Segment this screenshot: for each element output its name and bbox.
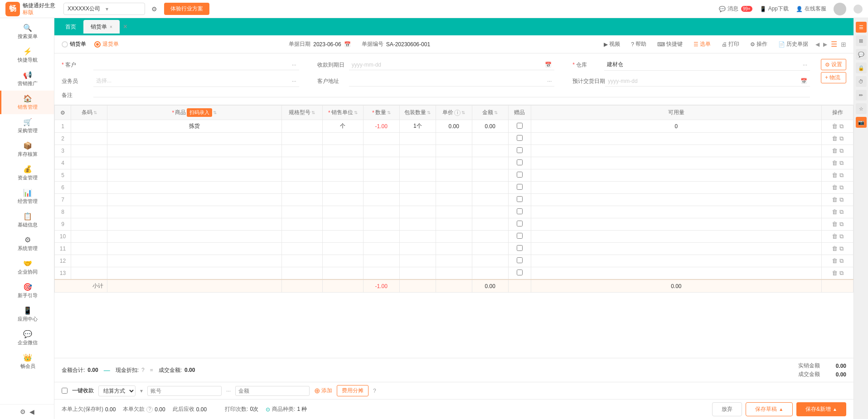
- delivery-date-input[interactable]: yyyy-mm-dd 📅: [605, 76, 810, 87]
- row-unit-price[interactable]: [436, 182, 472, 194]
- message-button[interactable]: 💬 消息 99+: [719, 5, 752, 13]
- row-unit-price[interactable]: [436, 169, 472, 182]
- row-gift[interactable]: [508, 255, 531, 267]
- copy-icon[interactable]: ⧉: [839, 147, 844, 154]
- delete-icon[interactable]: 🗑: [832, 270, 838, 277]
- row-spec[interactable]: [281, 169, 322, 182]
- row-barcode[interactable]: [71, 231, 107, 243]
- row-unit[interactable]: [322, 182, 363, 194]
- row-gift[interactable]: [508, 157, 531, 169]
- right-panel-btn-5[interactable]: ⏱: [856, 76, 867, 87]
- discard-button[interactable]: 放弃: [712, 402, 742, 416]
- row-pack-qty[interactable]: 1个: [399, 120, 436, 133]
- user-avatar-2[interactable]: [853, 5, 863, 14]
- row-unit[interactable]: [322, 231, 363, 243]
- row-barcode[interactable]: [71, 169, 107, 182]
- row-barcode[interactable]: [71, 243, 107, 255]
- copy-icon[interactable]: ⧉: [839, 135, 844, 142]
- row-product[interactable]: [107, 194, 282, 206]
- row-barcode[interactable]: [71, 182, 107, 194]
- row-unit[interactable]: 个: [322, 120, 363, 133]
- customer-input[interactable]: ···: [93, 60, 299, 70]
- row-amount[interactable]: [472, 206, 508, 218]
- row-quantity[interactable]: [363, 267, 399, 280]
- row-amount[interactable]: [472, 243, 508, 255]
- row-barcode[interactable]: [71, 194, 107, 206]
- th-settings[interactable]: ⚙: [55, 106, 71, 120]
- row-quantity[interactable]: [363, 133, 399, 145]
- sidebar-collapse-icon[interactable]: ◀: [29, 408, 34, 415]
- row-product[interactable]: [107, 169, 282, 182]
- row-spec[interactable]: [281, 267, 322, 280]
- sidebar-item-enterprise[interactable]: 🤝 企业协同: [0, 255, 54, 279]
- copy-icon[interactable]: ⧉: [839, 245, 844, 252]
- view-grid-icon[interactable]: ⊞: [841, 41, 846, 48]
- delete-icon[interactable]: 🗑: [832, 245, 838, 252]
- col-sort-icon-spec[interactable]: ⇅: [311, 110, 315, 115]
- toolbar-print-btn[interactable]: 🖨 打印: [718, 39, 743, 49]
- short-info-icon[interactable]: ?: [146, 406, 153, 413]
- row-spec[interactable]: [281, 133, 322, 145]
- row-spec[interactable]: [281, 218, 322, 231]
- discount-info-icon[interactable]: ?: [141, 367, 145, 373]
- copy-icon[interactable]: ⧉: [839, 172, 844, 179]
- row-unit[interactable]: [322, 267, 363, 280]
- row-amount[interactable]: [472, 255, 508, 267]
- row-spec[interactable]: [281, 255, 322, 267]
- delete-icon[interactable]: 🗑: [832, 196, 838, 203]
- warehouse-input[interactable]: 建材仓 ···: [604, 59, 810, 71]
- row-product[interactable]: [107, 145, 282, 157]
- row-quantity[interactable]: [363, 182, 399, 194]
- row-unit[interactable]: [322, 169, 363, 182]
- copy-icon[interactable]: ⧉: [839, 270, 844, 277]
- sidebar-settings-icon[interactable]: ⚙: [20, 408, 26, 415]
- row-barcode[interactable]: [71, 206, 107, 218]
- row-spec[interactable]: [281, 243, 322, 255]
- row-product[interactable]: [107, 218, 282, 231]
- row-unit[interactable]: [322, 133, 363, 145]
- delete-icon[interactable]: 🗑: [832, 172, 838, 179]
- row-pack-qty[interactable]: [399, 206, 436, 218]
- delete-icon[interactable]: 🗑: [832, 159, 838, 167]
- radio-return-order[interactable]: 退货单: [94, 40, 119, 48]
- toolbar-history-btn[interactable]: 📄 历史单据: [775, 39, 812, 49]
- row-quantity[interactable]: [363, 255, 399, 267]
- sidebar-item-guide[interactable]: 🎯 新手引导: [0, 279, 54, 303]
- sidebar-item-operation[interactable]: 📊 经营管理: [0, 185, 54, 208]
- row-spec[interactable]: [281, 120, 322, 133]
- row-amount[interactable]: [472, 169, 508, 182]
- delete-icon[interactable]: 🗑: [832, 123, 838, 130]
- row-barcode[interactable]: [71, 267, 107, 280]
- save-draft-button[interactable]: 保存草稿 ▲: [746, 402, 793, 416]
- row-pack-qty[interactable]: [399, 157, 436, 169]
- row-spec[interactable]: [281, 194, 322, 206]
- row-unit[interactable]: [322, 218, 363, 231]
- row-barcode[interactable]: [71, 145, 107, 157]
- row-unit-price[interactable]: [436, 255, 472, 267]
- right-panel-btn-3[interactable]: 💬: [856, 49, 867, 60]
- row-gift[interactable]: [508, 182, 531, 194]
- toolbar-operate-btn[interactable]: ⚙ 操作: [747, 39, 771, 49]
- row-gift[interactable]: [508, 206, 531, 218]
- row-unit-price[interactable]: [436, 218, 472, 231]
- company-selector[interactable]: XXXXXX公司 ▾: [63, 3, 145, 15]
- amount-input[interactable]: [235, 386, 310, 396]
- price-info-icon[interactable]: i: [454, 110, 461, 116]
- delete-icon[interactable]: 🗑: [832, 184, 838, 191]
- row-gift[interactable]: [508, 267, 531, 280]
- expense-info-icon[interactable]: ?: [373, 388, 376, 394]
- delete-icon[interactable]: 🗑: [832, 208, 838, 216]
- row-product[interactable]: [107, 255, 282, 267]
- row-amount[interactable]: [472, 218, 508, 231]
- logistics-button[interactable]: + 物流: [821, 72, 846, 83]
- toolbar-select-btn[interactable]: ☰ 选单: [690, 39, 714, 49]
- copy-icon[interactable]: ⧉: [839, 233, 844, 240]
- row-gift[interactable]: [508, 120, 531, 133]
- row-unit[interactable]: [322, 157, 363, 169]
- row-gift[interactable]: [508, 169, 531, 182]
- row-pack-qty[interactable]: [399, 243, 436, 255]
- online-service-button[interactable]: 👤 在线客服: [796, 5, 826, 13]
- calendar-icon-payment[interactable]: 📅: [545, 62, 552, 68]
- row-quantity[interactable]: [363, 218, 399, 231]
- address-ellipsis-btn[interactable]: ···: [547, 78, 552, 84]
